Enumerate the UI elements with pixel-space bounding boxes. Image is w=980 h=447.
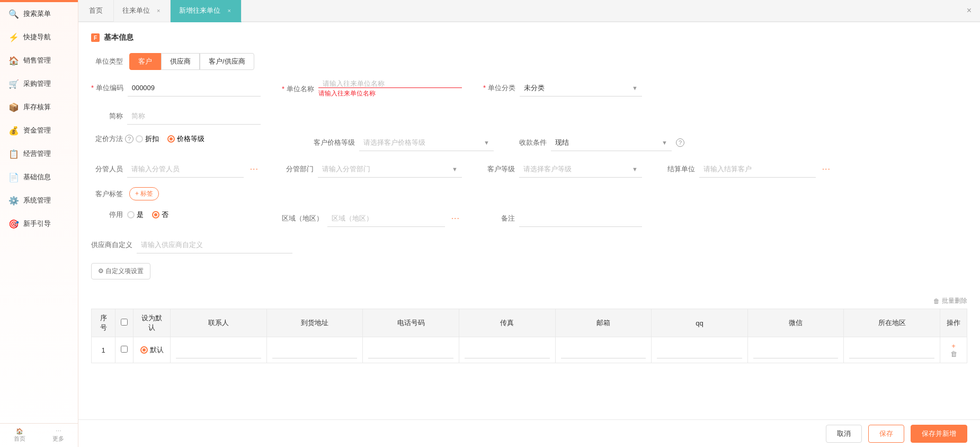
tab-new-partner[interactable]: 新增往来单位 ×: [171, 0, 241, 22]
unit-type-customer-btn[interactable]: 客户: [129, 53, 161, 70]
unit-name-input[interactable]: [318, 80, 462, 88]
row-checkbox[interactable]: [121, 346, 128, 353]
tab-partner-close[interactable]: ×: [155, 7, 162, 14]
pricing-discount-radio[interactable]: 折扣: [136, 134, 159, 144]
batch-delete-btn[interactable]: 🗑 批量删除: [933, 296, 967, 305]
unit-type-supplier-btn[interactable]: 供应商: [161, 53, 200, 70]
customer-level-select[interactable]: 请选择客户等级 ▼: [519, 161, 642, 178]
payment-terms-select[interactable]: 现结 ▼: [551, 134, 672, 151]
row-delete-btn[interactable]: 🗑: [950, 350, 957, 358]
region-more-btn[interactable]: ···: [449, 214, 462, 223]
row-area-input[interactable]: [849, 341, 934, 358]
form-group-unit-name: 单位名称 请输入往来单位名称: [282, 80, 462, 98]
row-fax-input[interactable]: [465, 341, 550, 358]
tabbar-close-all[interactable]: ×: [958, 6, 980, 15]
form-group-unit-category: 单位分类 未分类 ▼: [483, 80, 642, 97]
sidebar-item-purchase[interactable]: 🛒 采购管理: [0, 72, 78, 95]
customer-price-placeholder: 请选择客户价格等级: [363, 138, 425, 147]
unit-name-label: 单位名称: [282, 84, 314, 94]
sidebar-item-guide[interactable]: 🎯 新手引导: [0, 212, 78, 235]
sidebar-bottom-home-label: 首页: [14, 435, 25, 443]
settlement-more-btn[interactable]: ···: [820, 164, 833, 174]
pricing-level-radio[interactable]: 价格等级: [167, 134, 204, 144]
sidebar-label-search: 搜索菜单: [23, 9, 51, 19]
row-email-input[interactable]: [561, 341, 646, 358]
remark-input[interactable]: [519, 210, 642, 227]
supplier-custom-input[interactable]: [137, 236, 292, 253]
department-select[interactable]: 请输入分管部门 ▼: [318, 161, 462, 178]
sidebar-label-system: 系统管理: [23, 196, 51, 205]
form-group-pricing-method: 定价方法 ? 折扣 价格等级: [91, 134, 292, 144]
row-area: [844, 337, 940, 363]
col-email: 邮箱: [555, 309, 652, 337]
col-qq: qq: [652, 309, 748, 337]
unit-name-wrapper: 请输入往来单位名称: [318, 80, 462, 98]
disable-yes-radio[interactable]: 是: [127, 210, 144, 220]
row-add-btn[interactable]: +: [951, 342, 956, 350]
main-area: 首页 往来单位 × 新增往来单位 × × F 基本信息 单位类型 客户 供应商 …: [78, 0, 980, 447]
row-email: [555, 337, 652, 363]
form-group-unit-type: 单位类型 客户 供应商 客户/供应商: [91, 53, 254, 70]
payment-terms-help-icon[interactable]: ?: [676, 138, 684, 147]
tab-new-partner-close[interactable]: ×: [226, 7, 232, 14]
row-phone-input[interactable]: [368, 341, 453, 358]
manager-input[interactable]: [127, 161, 244, 178]
sidebar-item-inventory[interactable]: 📦 库存核算: [0, 95, 78, 119]
sidebar-item-search[interactable]: 🔍 搜索菜单: [0, 2, 78, 25]
save-button[interactable]: 保存: [868, 425, 904, 443]
pricing-discount-label: 折扣: [145, 134, 159, 144]
unit-code-label: 单位编码: [91, 83, 123, 93]
sidebar-item-sales[interactable]: 🏠 销售管理: [0, 49, 78, 72]
pricing-level-label: 价格等级: [177, 134, 204, 144]
form-row-pricing: 定价方法 ? 折扣 价格等级 客户价格等级 请选择客户价格等级: [91, 134, 967, 151]
unit-type-both-btn[interactable]: 客户/供应商: [200, 53, 254, 70]
col-checkbox: [115, 309, 133, 337]
sidebar-item-quick-nav[interactable]: ⚡ 快捷导航: [0, 25, 78, 49]
sidebar-item-operations[interactable]: 📋 经营管理: [0, 142, 78, 165]
tab-home[interactable]: 首页: [78, 0, 114, 22]
pricing-method-label: 定价方法: [91, 134, 123, 144]
customize-settings-btn[interactable]: ⚙ 自定义项设置: [91, 263, 150, 279]
col-phone: 电话号码: [363, 309, 459, 337]
unit-category-select[interactable]: 未分类 ▼: [520, 80, 642, 97]
sidebar-item-system[interactable]: ⚙️ 系统管理: [0, 189, 78, 212]
sidebar-item-finance[interactable]: 💰 资金管理: [0, 119, 78, 142]
tab-partner[interactable]: 往来单位 ×: [114, 0, 171, 22]
settlement-input[interactable]: [699, 161, 816, 178]
row-qq-input[interactable]: [657, 341, 742, 358]
payment-terms-arrow: ▼: [662, 139, 667, 146]
department-label: 分管部门: [282, 164, 314, 174]
form-row-supplier-custom: 供应商自定义: [91, 236, 967, 253]
row-checkbox-cell: [115, 337, 133, 363]
sidebar-label-quick-nav: 快捷导航: [23, 32, 51, 42]
sidebar-item-basic-info[interactable]: 📄 基础信息: [0, 165, 78, 189]
form-group-customer-price: 客户价格等级 请选择客户价格等级 ▼: [314, 134, 494, 151]
department-arrow: ▼: [452, 166, 458, 172]
settlement-label: 结算单位: [663, 164, 695, 174]
sidebar-label-guide: 新手引导: [23, 219, 51, 229]
pricing-help-icon[interactable]: ?: [125, 135, 133, 143]
row-wechat-input[interactable]: [753, 341, 839, 358]
customer-price-select[interactable]: 请选择客户价格等级 ▼: [359, 134, 494, 151]
region-input[interactable]: [327, 210, 445, 227]
unit-code-input[interactable]: [128, 80, 261, 97]
row-phone: [363, 337, 459, 363]
row-fax: [459, 337, 556, 363]
disable-no-label: 否: [162, 210, 168, 220]
pricing-level-circle: [167, 135, 175, 143]
inventory-icon: 📦: [8, 102, 19, 112]
sidebar-bottom-more[interactable]: ⋯ 更多: [39, 424, 78, 447]
row-delivery-input[interactable]: [272, 341, 358, 358]
sidebar: 🔍 搜索菜单 ⚡ 快捷导航 🏠 销售管理 🛒 采购管理 📦 库存核算 💰 资金管…: [0, 0, 78, 447]
row-contact-input[interactable]: [176, 341, 261, 358]
disable-no-radio[interactable]: 否: [152, 210, 168, 220]
sidebar-bottom-home[interactable]: 🏠 首页: [0, 424, 39, 447]
cancel-button[interactable]: 取消: [826, 425, 862, 443]
save-new-button[interactable]: 保存并新增: [911, 425, 967, 443]
abbr-input[interactable]: [127, 108, 261, 125]
add-tag-btn[interactable]: + 标签: [129, 187, 159, 200]
form-group-department: 分管部门 请输入分管部门 ▼: [282, 161, 462, 178]
select-all-checkbox[interactable]: [121, 319, 128, 326]
manager-more-btn[interactable]: ···: [248, 164, 261, 174]
row-default-radio[interactable]: [140, 346, 148, 354]
